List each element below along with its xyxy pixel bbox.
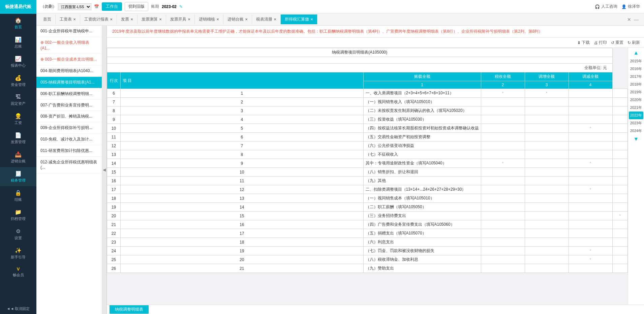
left-panel-item-004[interactable]: 004-期间费用明细表(A1040...	[36, 65, 102, 77]
cell-d[interactable]	[525, 106, 569, 115]
year-btn-2024[interactable]: 2024年	[630, 127, 643, 135]
sidebar-item-reports[interactable]: 📈 报表中心	[0, 52, 36, 71]
cell-c[interactable]	[481, 106, 525, 115]
year-btn-2017[interactable]: 2017年	[630, 73, 643, 81]
cell-e[interactable]: *	[569, 255, 612, 264]
cell-f[interactable]	[612, 89, 627, 98]
cell-f[interactable]	[612, 203, 627, 212]
cell-e[interactable]	[569, 203, 612, 212]
reset-button[interactable]: ↺ 重置	[611, 40, 623, 45]
cell-f[interactable]	[612, 133, 627, 142]
cell-d[interactable]	[525, 124, 569, 133]
sidebar-item-assets[interactable]: 💰 资金管理	[0, 71, 36, 91]
cell-e[interactable]	[569, 89, 612, 98]
year-btn-2020[interactable]: 2020年	[630, 96, 643, 104]
year-btn-2021[interactable]: 2021年	[630, 104, 643, 112]
cell-d[interactable]: *	[525, 89, 569, 98]
sheet-main[interactable]: 纳税调整项目明细表(A105000) 全额单位: 元	[107, 48, 628, 305]
cell-f[interactable]	[612, 159, 627, 168]
close-import-tax-tab[interactable]: ✕	[216, 18, 219, 21]
cell-e[interactable]	[569, 115, 612, 124]
year-btn-2022[interactable]: 2022年	[629, 112, 643, 119]
cell-e[interactable]	[569, 98, 612, 106]
close-invoice-open-tab[interactable]: ✕	[188, 18, 190, 21]
cell-d[interactable]	[525, 238, 569, 247]
cell-c[interactable]: *	[481, 159, 525, 168]
cell-c[interactable]	[481, 168, 525, 177]
sidebar-item-guide[interactable]: ✨ 新手引导	[0, 244, 36, 263]
support-btn[interactable]: 🎧 人工咨询	[595, 4, 617, 9]
year-btn-2018[interactable]: 2018年	[630, 81, 643, 88]
cell-c[interactable]	[481, 142, 525, 150]
year-btn-2015[interactable]: 2015年	[630, 57, 643, 65]
tab-payroll[interactable]: 工资表 ✕	[56, 14, 80, 24]
cell-d[interactable]	[525, 115, 569, 124]
cell-c[interactable]	[481, 220, 525, 229]
cell-c[interactable]	[481, 247, 525, 255]
download-button[interactable]: ⬇ 下载	[577, 40, 590, 45]
cell-e[interactable]: *	[569, 247, 612, 255]
cell-e[interactable]	[569, 264, 612, 273]
tab-invoice-open[interactable]: 发票开具 ✕	[166, 14, 195, 24]
sidebar-item-fixed-assets[interactable]: 🏗 固定资产	[0, 91, 36, 109]
refresh-button[interactable]: ↻ 刷新	[627, 40, 640, 45]
sidebar-item-ledger[interactable]: 📊 总账	[0, 33, 36, 52]
cell-d[interactable]	[525, 220, 569, 229]
tab-invoice-calc[interactable]: 发票测算 ✕	[137, 14, 166, 24]
sidebar-collapse-btn[interactable]: ◄◄ 取消固定	[0, 304, 36, 314]
year-btn-2019[interactable]: 2019年	[630, 88, 643, 96]
cell-d[interactable]	[525, 247, 569, 255]
year-nav-up[interactable]: ▲	[632, 49, 640, 57]
year-btn-2016[interactable]: 2016年	[630, 65, 643, 73]
cell-e[interactable]	[569, 229, 612, 238]
cell-d[interactable]	[525, 98, 569, 106]
cell-f[interactable]	[612, 264, 627, 273]
cell-c[interactable]	[481, 229, 525, 238]
cell-f[interactable]	[612, 238, 627, 247]
left-panel-item-012[interactable]: 012-减免企业所得税优惠明细表(...	[36, 157, 102, 174]
cell-e[interactable]	[569, 133, 612, 142]
cell-d[interactable]	[525, 212, 569, 220]
tab-home[interactable]: 首页	[39, 14, 56, 24]
cell-f[interactable]	[612, 255, 627, 264]
cell-e[interactable]	[569, 194, 612, 203]
close-window-icon[interactable]: ✕	[627, 17, 631, 22]
sidebar-item-payroll[interactable]: 👷 工资	[0, 109, 36, 129]
cell-f[interactable]	[612, 115, 627, 124]
cell-e[interactable]: *	[569, 185, 612, 194]
cell-e[interactable]: *	[569, 159, 612, 168]
cell-d[interactable]	[525, 264, 569, 273]
cell-d[interactable]	[525, 255, 569, 264]
cell-c[interactable]	[481, 194, 525, 203]
tab-payroll-stats[interactable]: 工资统计报表 ✕	[80, 14, 117, 24]
tab-invoice[interactable]: 发票 ✕	[117, 14, 137, 24]
collapse-panel-btn[interactable]: ◀	[102, 26, 107, 314]
cell-c[interactable]	[481, 124, 525, 133]
cell-f[interactable]: *	[612, 212, 627, 220]
cell-f[interactable]	[612, 124, 627, 133]
close-invoice-calc-tab[interactable]: ✕	[159, 18, 162, 21]
cell-d[interactable]	[525, 168, 569, 177]
cell-d[interactable]	[525, 177, 569, 185]
cell-f[interactable]	[612, 150, 627, 159]
cell-d[interactable]	[525, 150, 569, 159]
cell-e[interactable]	[569, 142, 612, 150]
year-btn-2023[interactable]: 2023年	[630, 119, 643, 127]
cell-d[interactable]	[525, 194, 569, 203]
cell-c[interactable]	[481, 177, 525, 185]
sheet-tab-adjust[interactable]: 纳税调整明细表	[110, 305, 149, 314]
sidebar-item-import-ledger[interactable]: 📥 进销台账	[0, 148, 36, 167]
period-edit-icon[interactable]: ✎	[179, 4, 183, 9]
tab-import-ledger[interactable]: 进销台账 ✕	[223, 14, 252, 24]
cell-f[interactable]	[612, 194, 627, 203]
cell-e[interactable]	[569, 168, 612, 177]
print-button[interactable]: 🖨 打印	[594, 40, 607, 45]
cell-f[interactable]	[612, 247, 627, 255]
tab-income-tax[interactable]: 所得税汇算缴 ✕	[281, 14, 317, 24]
left-panel-item-009[interactable]: 009-企业所得税弥补亏损明...	[36, 122, 102, 134]
cell-c[interactable]	[481, 203, 525, 212]
left-panel-item-011[interactable]: 011-研发费用加计扣除优惠...	[36, 145, 102, 157]
cell-f[interactable]	[612, 220, 627, 229]
cell-e[interactable]	[569, 150, 612, 159]
cell-d[interactable]	[525, 229, 569, 238]
